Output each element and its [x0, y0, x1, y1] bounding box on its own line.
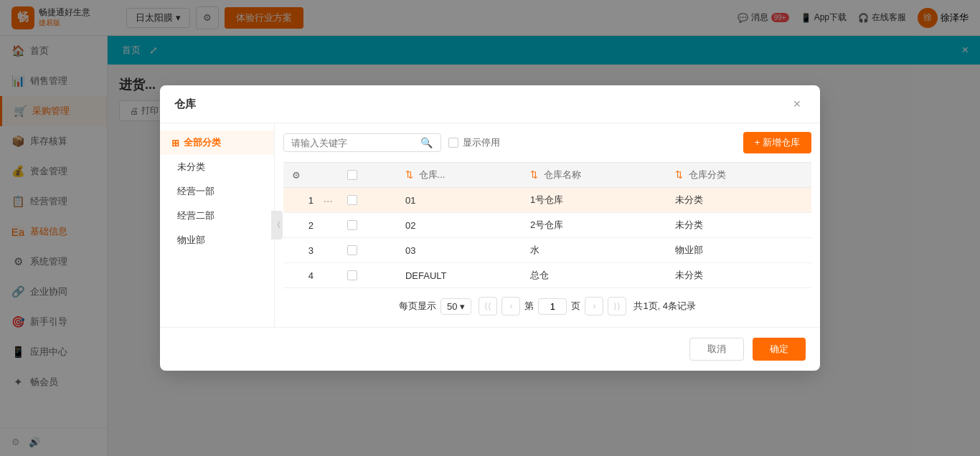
row-code: DEFAULT — [397, 263, 522, 288]
first-page-button[interactable]: ⟨⟨ — [479, 297, 497, 315]
row-actions[interactable]: 3 — [283, 238, 339, 263]
row-action-dots[interactable]: ··· — [323, 195, 332, 208]
row-code: 02 — [397, 213, 522, 238]
pagination-summary: 共1页, 4条记录 — [633, 300, 696, 313]
row-select-checkbox[interactable] — [347, 270, 357, 280]
per-page-arrow: ▾ — [460, 301, 465, 312]
table-row[interactable]: 2 02 2号仓库 未分类 — [283, 213, 811, 238]
row-actions[interactable]: 2 — [283, 213, 339, 238]
sort-icon-category: ⇅ — [675, 169, 683, 180]
row-name: 2号仓库 — [522, 213, 666, 238]
prev-page-button[interactable]: ‹ — [501, 297, 520, 315]
search-input[interactable] — [291, 138, 420, 148]
col-label-code: 仓库... — [419, 169, 446, 180]
next-page-button[interactable]: › — [585, 297, 603, 315]
row-checkbox[interactable] — [339, 213, 397, 238]
modal-toolbar-row: 🔍 显示停用 + 新增仓库 — [283, 132, 811, 153]
cat-label-1: 经营一部 — [177, 186, 215, 196]
cat-label-2: 经营二部 — [177, 210, 215, 221]
col-header-gear: ⚙ — [283, 163, 339, 188]
last-page-button[interactable]: ⟩⟩ — [608, 297, 626, 315]
prev-icon: ‹ — [509, 301, 512, 311]
next-icon: › — [593, 301, 595, 311]
row-select-checkbox[interactable] — [347, 220, 357, 230]
show-disabled-label: 显示停用 — [463, 136, 500, 149]
pagination-row: 每页显示 50 ▾ ⟨⟨ ‹ 第 — [283, 288, 811, 318]
last-icon: ⟩⟩ — [613, 301, 621, 311]
page-input[interactable] — [538, 298, 567, 315]
page-size-group: 每页显示 50 ▾ — [399, 298, 471, 315]
grid-icon: ⊞ — [171, 138, 179, 148]
per-page-label: 每页显示 — [399, 300, 436, 313]
first-icon: ⟨⟨ — [484, 301, 491, 311]
per-page-select[interactable]: 50 ▾ — [440, 298, 471, 315]
search-icon[interactable]: 🔍 — [420, 137, 433, 148]
collapse-panel-button[interactable]: 《 — [271, 211, 283, 239]
col-label-category: 仓库分类 — [689, 169, 726, 180]
row-category: 物业部 — [666, 238, 811, 263]
row-checkbox[interactable] — [339, 238, 397, 263]
col-header-name[interactable]: ⇅ 仓库名称 — [522, 163, 666, 188]
select-all-checkbox[interactable] — [347, 170, 357, 180]
row-code: 03 — [397, 238, 522, 263]
category-all-label: 全部分类 — [184, 136, 221, 149]
category-item-unclassified[interactable]: 未分类 — [160, 155, 274, 179]
table-row[interactable]: 1 ··· 01 1号仓库 未分类 — [283, 188, 811, 213]
row-checkbox[interactable] — [339, 188, 397, 213]
row-checkbox[interactable] — [339, 263, 397, 288]
table-row[interactable]: 3 03 水 物业部 — [283, 238, 811, 263]
confirm-button[interactable]: 确定 — [753, 338, 806, 361]
row-select-checkbox[interactable] — [347, 195, 357, 205]
modal-header: 仓库 × — [160, 85, 820, 123]
modal-close-button[interactable]: × — [788, 95, 806, 113]
row-name: 总仓 — [522, 263, 666, 288]
modal-overlay: 仓库 × ⊞ 全部分类 未分类 经营一部 经营二部 — [0, 0, 980, 456]
cancel-button[interactable]: 取消 — [689, 338, 744, 361]
col-header-checkbox — [339, 163, 397, 188]
row-name: 水 — [522, 238, 666, 263]
cat-label-3: 物业部 — [177, 234, 205, 245]
sort-icon-code: ⇅ — [405, 169, 413, 180]
show-disabled-checkbox[interactable] — [448, 138, 458, 148]
col-header-code[interactable]: ⇅ 仓库... — [397, 163, 522, 188]
warehouse-table-wrapper: ⚙ ⇅ 仓库... ⇅ — [283, 162, 811, 288]
collapse-icon: 《 — [273, 220, 281, 230]
page-label: 第 — [524, 300, 534, 313]
row-name: 1号仓库 — [522, 188, 666, 213]
show-disabled-group[interactable]: 显示停用 — [448, 136, 500, 149]
cat-label-0: 未分类 — [177, 161, 205, 172]
per-page-value: 50 — [447, 301, 457, 312]
row-category: 未分类 — [666, 263, 811, 288]
content-panel: 🔍 显示停用 + 新增仓库 ⚙ — [275, 123, 820, 327]
row-code: 01 — [397, 188, 522, 213]
row-actions[interactable]: 1 ··· — [283, 188, 339, 213]
add-warehouse-button[interactable]: + 新增仓库 — [743, 132, 811, 153]
modal-body: ⊞ 全部分类 未分类 经营一部 经营二部 物业部 《 — [160, 123, 820, 327]
col-header-category[interactable]: ⇅ 仓库分类 — [666, 163, 811, 188]
table-row[interactable]: 4 DEFAULT 总仓 未分类 — [283, 263, 811, 288]
col-label-name: 仓库名称 — [544, 169, 581, 180]
category-item-ops2[interactable]: 经营二部 — [160, 204, 274, 228]
category-item-ops1[interactable]: 经营一部 — [160, 179, 274, 204]
search-box[interactable]: 🔍 — [283, 133, 441, 152]
row-category: 未分类 — [666, 213, 811, 238]
category-panel: ⊞ 全部分类 未分类 经营一部 经营二部 物业部 《 — [160, 123, 275, 327]
modal-title: 仓库 — [174, 98, 196, 111]
warehouse-table: ⚙ ⇅ 仓库... ⇅ — [283, 162, 811, 288]
sort-icon-name: ⇅ — [530, 169, 538, 180]
modal-footer: 取消 确定 — [160, 327, 820, 371]
category-item-property[interactable]: 物业部 — [160, 228, 274, 252]
category-all-item[interactable]: ⊞ 全部分类 — [160, 130, 274, 155]
page-navigation: ⟨⟨ ‹ 第 页 › ⟩⟩ — [479, 297, 626, 315]
page-suffix: 页 — [571, 300, 580, 313]
row-actions[interactable]: 4 — [283, 263, 339, 288]
warehouse-modal: 仓库 × ⊞ 全部分类 未分类 经营一部 经营二部 — [160, 85, 820, 371]
row-select-checkbox[interactable] — [347, 245, 357, 255]
row-category: 未分类 — [666, 188, 811, 213]
